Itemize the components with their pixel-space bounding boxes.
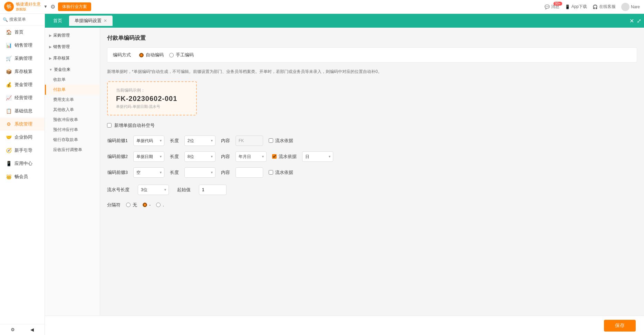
serial-start-input[interactable] xyxy=(199,185,227,195)
prefix-select-wrapper-2: 单据日期 xyxy=(133,151,164,162)
prefix-select-1[interactable]: 单据代码 xyxy=(133,136,164,146)
logo: 畅 畅捷通好生意 旗舰版 xyxy=(4,2,41,11)
sidebar-item-finance[interactable]: 💰 资金管理 xyxy=(0,78,45,91)
auto-fill-row: 新增单据自动补空号 xyxy=(107,122,637,129)
enterprise-icon: 🤝 xyxy=(6,134,12,140)
user-name: Nare xyxy=(631,4,640,9)
sep-none-radio[interactable]: 无 xyxy=(126,202,137,208)
online-service-item[interactable]: 🎧 在线客服 xyxy=(593,4,616,10)
page-main: 付款单编码设置 编码方式 自动编码 手工编码 xyxy=(100,28,644,316)
sales-icon: 📊 xyxy=(6,42,12,48)
sub-nav-header-sales[interactable]: ▶ 销售管理 xyxy=(45,42,100,52)
tab-bar: 首页 单据编码设置 ✕ ✕ ⤢ xyxy=(45,14,644,28)
logo-icon: 畅 xyxy=(4,2,14,11)
stream-period-select[interactable]: 日 xyxy=(302,151,333,162)
message-item[interactable]: 💬 消息 99+ xyxy=(545,4,559,10)
manual-encoding-radio[interactable]: 手工编码 xyxy=(169,52,194,58)
tab-home-label: 首页 xyxy=(53,18,62,24)
company-dropdown[interactable]: ▼ xyxy=(44,4,48,9)
length-select-2[interactable]: 8位 xyxy=(184,151,215,162)
sep-dash-radio[interactable]: - xyxy=(143,202,151,207)
tab-bar-expand-icon[interactable]: ⤢ xyxy=(637,18,641,24)
sub-nav-header-purchase[interactable]: ▶ 采购管理 xyxy=(45,30,100,40)
tab-home[interactable]: 首页 xyxy=(48,16,68,26)
sep-dot-radio[interactable]: . xyxy=(156,202,164,207)
sidebar-item-home[interactable]: 🏠 首页 xyxy=(0,26,45,39)
separator-row: 分隔符 无 - . xyxy=(107,202,637,208)
sub-nav-item-prepay-receive[interactable]: 预收冲应收单 xyxy=(45,115,100,125)
length-select-wrapper-3 xyxy=(184,167,215,178)
sub-nav-item-prepay-pay[interactable]: 预付冲应付单 xyxy=(45,125,100,135)
sub-nav-item-bank-deposit[interactable]: 银行存取款单 xyxy=(45,135,100,145)
message-badge: 99+ xyxy=(554,2,562,6)
top-bar-right: 💬 消息 99+ 📱 App下载 🎧 在线客服 Nare xyxy=(545,3,640,11)
content-input-1 xyxy=(236,136,263,146)
logo-text: 畅捷通好生意 旗舰版 xyxy=(16,2,41,11)
stream-checkbox-3[interactable] xyxy=(269,170,273,175)
tab-close-icon[interactable]: ✕ xyxy=(104,18,107,23)
serial-length-label: 流水号长度 xyxy=(107,187,129,193)
bottom-bar: 保存 xyxy=(45,316,644,335)
sidebar-item-operations[interactable]: 📈 经营管理 xyxy=(0,91,45,104)
sidebar-item-enterprise[interactable]: 🤝 企业协同 xyxy=(0,131,45,144)
sidebar-settings-icon[interactable]: ⚙ xyxy=(11,327,15,332)
sidebar-item-purchase[interactable]: 🛒 采购管理 xyxy=(0,52,45,65)
serial-start-label: 起始值 xyxy=(177,187,191,193)
prefix-select-3[interactable]: 空 xyxy=(133,167,164,178)
auto-encoding-radio[interactable]: 自动编码 xyxy=(139,52,164,58)
sidebar-item-guide[interactable]: 🧭 新手引导 xyxy=(0,144,45,157)
length-label-1: 长度 xyxy=(170,138,179,144)
sub-nav-item-payment[interactable]: 付款单 xyxy=(45,85,100,95)
tab-encoding-label: 单据编码设置 xyxy=(75,18,102,24)
settings-icon[interactable]: ⚙ xyxy=(50,3,55,10)
sub-nav-item-receipt[interactable]: 收款单 xyxy=(45,75,100,85)
stream-checkbox-2[interactable] xyxy=(272,154,277,159)
operations-icon: 📈 xyxy=(6,95,12,101)
sidebar-item-apps[interactable]: 📱 应用中心 xyxy=(0,157,45,170)
tab-bar-close-icon[interactable]: ✕ xyxy=(629,18,634,24)
auto-fill-checkbox[interactable] xyxy=(107,123,112,128)
sidebar-item-member[interactable]: 👑 畅会员 xyxy=(0,170,45,183)
app-icon: 📱 xyxy=(565,4,570,9)
top-bar: 畅 畅捷通好生意 旗舰版 ▼ ⚙ 体验行业方案 💬 消息 99+ 📱 App下载… xyxy=(0,0,644,14)
encoding-method-label: 编码方式 xyxy=(113,52,131,58)
sub-nav-item-income[interactable]: 其他收入单 xyxy=(45,105,100,115)
app-download-item[interactable]: 📱 App下载 xyxy=(565,4,587,10)
page-title: 付款单编码设置 xyxy=(107,35,637,42)
preview-box: 当前编码示例： FK-20230602-001 单据代码-单据日期-流水号 xyxy=(107,81,197,115)
prefix-label-2: 编码前缀2 xyxy=(107,153,128,160)
sidebar-collapse-icon[interactable]: ◀ xyxy=(30,327,34,332)
sub-nav-header-inventory[interactable]: ▶ 库存核算 xyxy=(45,53,100,63)
serial-length-wrapper: 3位 xyxy=(138,185,169,195)
purchase-icon: 🛒 xyxy=(6,55,12,62)
sub-nav-item-receivable-adjust[interactable]: 应收应付调整单 xyxy=(45,145,100,155)
sub-nav-group-inventory: ▶ 库存核算 xyxy=(45,53,100,63)
encoding-radio-group: 编码方式 自动编码 手工编码 xyxy=(113,52,631,58)
auto-fill-label: 新增单据自动补空号 xyxy=(114,122,155,129)
prefix-select-wrapper-1: 单据代码 xyxy=(133,136,164,146)
search-menu[interactable]: 🔍 搜索菜单 xyxy=(0,14,45,26)
stream-checkbox-1[interactable] xyxy=(269,138,273,143)
sub-nav-header-capital[interactable]: ▼ 资金往来 xyxy=(45,65,100,75)
sidebar-item-system[interactable]: ⚙ 系统管理 xyxy=(0,118,45,131)
guide-icon: 🧭 xyxy=(6,147,12,153)
user-info[interactable]: Nare xyxy=(621,3,640,11)
serial-length-select[interactable]: 3位 xyxy=(138,185,169,195)
sidebar-bottom: ⚙ ◀ xyxy=(0,324,45,335)
length-select-3[interactable] xyxy=(184,167,215,178)
inventory-icon: 📦 xyxy=(6,68,12,75)
sidebar-item-sales[interactable]: 📊 销售管理 xyxy=(0,39,45,52)
content-select-wrapper-2: 年月日 xyxy=(236,151,267,162)
save-button[interactable]: 保存 xyxy=(604,320,636,332)
sub-nav-item-expense[interactable]: 费用支出单 xyxy=(45,95,100,105)
content-input-3[interactable] xyxy=(236,167,263,178)
prefix-row-2: 编码前缀2 单据日期 长度 8位 内容 xyxy=(107,151,637,162)
tab-encoding[interactable]: 单据编码设置 ✕ xyxy=(69,16,113,26)
prefix-select-2[interactable]: 单据日期 xyxy=(133,151,164,162)
content-select-2[interactable]: 年月日 xyxy=(236,151,267,162)
length-select-1[interactable]: 2位 xyxy=(184,136,215,146)
sidebar-item-inventory[interactable]: 📦 库存核算 xyxy=(0,65,45,78)
trial-btn[interactable]: 体验行业方案 xyxy=(58,2,91,11)
sidebar-item-basic[interactable]: 📋 基础信息 xyxy=(0,104,45,118)
prefix-form-rows: 编码前缀1 单据代码 长度 2位 内容 xyxy=(107,136,637,178)
